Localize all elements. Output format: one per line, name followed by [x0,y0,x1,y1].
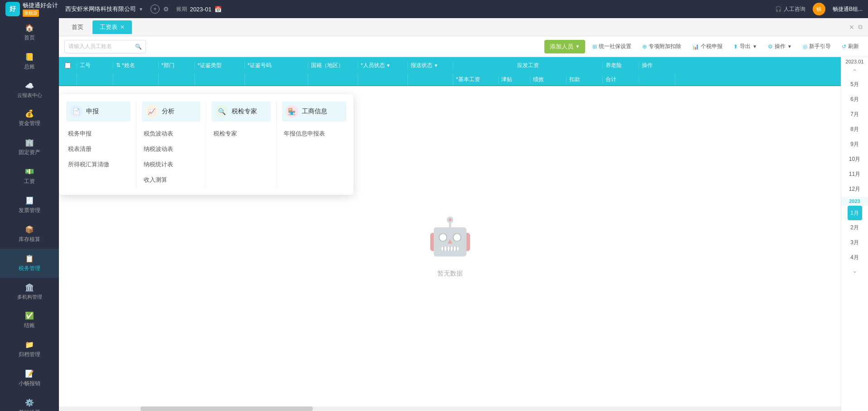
sidebar-item-fund[interactable]: 💰 资金管理 [0,104,59,133]
refresh-button[interactable]: ↺ 刷新 [838,41,863,52]
add-person-button[interactable]: 添加人员 ▼ [544,40,585,53]
sidebar-item-settings[interactable]: ⚙️ 基础设置 [0,393,59,411]
tab-salary-sheet[interactable]: 工资表 ✕ [92,20,132,34]
month-item-9[interactable]: 9月 [841,137,868,152]
service-icon: 🎧 [775,6,782,12]
horizontal-scrollbar[interactable] [59,406,841,411]
sub-col-performance-label: 绩效 [533,76,544,83]
tab-home[interactable]: 首页 [64,20,91,34]
sidebar-item-archive[interactable]: 📁 归档管理 [0,335,59,364]
filter-person-icon[interactable]: ▼ [386,63,391,68]
add-company-button[interactable]: + [150,5,160,14]
month-item-2[interactable]: 2月 [841,220,868,235]
sidebar-item-assets[interactable]: 🏢 固定资产 [0,133,59,162]
month-item-11[interactable]: 11月 [841,167,868,182]
analysis-label: 分析 [162,107,175,116]
service-label: 人工咨询 [784,5,805,13]
month-item-6[interactable]: 6月 [841,92,868,107]
social-security-label: 统一社保设置 [599,43,631,50]
month-item-7[interactable]: 7月 [841,107,868,122]
tax-check-icon: 🔍 [215,105,228,118]
window-close-icon[interactable]: ✕ [849,24,854,31]
period-label: 账期 [176,5,187,13]
sidebar-item-multi-org[interactable]: 🏛️ 多机构管理 [0,278,59,306]
company-name: 西安虾米网络科技有限公司 [65,5,136,13]
sidebar-item-inventory[interactable]: 📦 库存核算 [0,220,59,249]
menu-item-tax-expert[interactable]: 税检专家 [212,126,271,141]
col-pension: 养老险 [603,62,639,69]
menu-section-analysis-header: 📈 分析 [142,102,201,121]
menu-item-tax-wave[interactable]: 纳税波动表 [142,141,201,157]
tax-declaration-button[interactable]: 📊 个税申报 [689,41,726,52]
col-number-label: 工号 [80,62,91,69]
nav-down[interactable]: ⌄ [841,265,868,276]
sidebar-item-invoice[interactable]: 🧾 发票管理 [0,191,59,220]
close-account-icon: ✅ [25,311,34,320]
add-dropdown-icon[interactable]: ▼ [575,44,580,49]
search-input[interactable]: 请输入人员工姓名 🔍 [64,40,146,53]
sidebar-item-ledger[interactable]: 📒 总账 [0,47,59,76]
table-header-top: 工号 ⇅ *姓名 *部门 *证鉴类型 *证鉴号码 [59,57,841,73]
col-checkbox[interactable] [59,63,77,68]
month-item-4[interactable]: 4月 [841,250,868,265]
month-item-10[interactable]: 10月 [841,152,868,167]
company-dropdown-icon[interactable]: ▼ [139,7,143,12]
add-person-label: 添加人员 [550,43,573,51]
refresh-label: 刷新 [848,43,859,50]
export-label: 导出 [740,43,751,50]
filter-report-icon[interactable]: ▼ [434,63,438,68]
special-deduction-button[interactable]: ⊕ 专项附加扣除 [639,41,685,52]
export-button[interactable]: ⬆ 导出 ▼ [730,41,761,52]
month-item-1-active[interactable]: 1月 [848,206,862,220]
sidebar-item-expense[interactable]: 📝 小畅报销 [0,364,59,393]
sidebar-item-cloud-report[interactable]: ☁️ 云报表中心 [0,76,59,104]
col-report-status[interactable]: 报送状态 ▼ [408,62,453,69]
scrollbar-thumb[interactable] [141,406,313,411]
nav-up[interactable]: ⌃ [841,66,868,77]
tab-home-label: 首页 [72,23,83,31]
top-bar: 好 畅捷通好会计 旗舰版 西安虾米网络科技有限公司 ▼ + ⚙ 账期 2023-… [0,0,868,18]
sidebar-item-close-account[interactable]: ✅ 结账 [0,306,59,335]
tab-close-icon[interactable]: ✕ [120,24,125,30]
sidebar-label-multi-org: 多机构管理 [17,294,42,300]
menu-item-tax-table[interactable]: 税表清册 [66,141,131,157]
month-item-8[interactable]: 8月 [841,122,868,137]
ledger-icon: 📒 [25,53,34,61]
sidebar-label-invoice: 发票管理 [19,207,40,214]
sidebar-item-tax[interactable]: 📋 税务管理 [0,249,59,278]
social-security-button[interactable]: ⊞ 统一社保设置 [589,41,635,52]
menu-item-tax-stat[interactable]: 纳税统计表 [142,157,201,172]
calendar-icon[interactable]: 📅 [214,6,222,13]
menu-item-income-calc[interactable]: 收入测算 [142,172,201,188]
company-selector[interactable]: 西安虾米网络科技有限公司 ▼ [65,5,143,13]
user-name[interactable]: 畅捷通B组... [833,5,863,13]
fund-icon: 💰 [25,109,34,118]
menu-item-annual-report[interactable]: 年报信息申报表 [282,126,347,141]
shen-bao-icon: 📄 [70,105,82,118]
menu-item-income-tax[interactable]: 所得税汇算清缴 [66,157,131,172]
month-item-5[interactable]: 5月 [841,77,868,92]
menu-item-tax-declaration[interactable]: 税务申报 [66,126,131,141]
col-should-pay-label: 应发工资 [517,62,539,69]
sidebar-item-home[interactable]: 🏠 首页 [0,18,59,47]
month-item-3[interactable]: 3月 [841,235,868,250]
tax-declaration-icon: 📊 [692,44,699,50]
settings-icon[interactable]: ⚙ [163,5,169,13]
empty-icon: 🤖 [427,215,473,258]
sidebar-item-salary[interactable]: 💵 工资 [0,162,59,191]
operation-button[interactable]: ⚙ 操作 ▼ [764,41,795,52]
col-person-status[interactable]: *人员状态 ▼ [358,62,408,69]
select-all-checkbox[interactable] [65,63,71,68]
month-item-12[interactable]: 12月 [841,182,868,197]
guide-button[interactable]: ◎ 新手引导 [799,41,834,52]
sidebar-label-salary: 工资 [24,178,35,185]
col-cert-num: *证鉴号码 [245,62,308,69]
search-icon[interactable]: 🔍 [135,44,142,50]
window-expand-icon[interactable]: ⧉ [858,23,863,31]
col-name[interactable]: ⇅ *姓名 [113,62,159,69]
toolbar: 请输入人员工姓名 🔍 添加人员 ▼ ⊞ 统一社保设置 ⊕ 专项附加扣除 [59,36,868,57]
menu-item-tax-burden[interactable]: 税负波动表 [142,126,201,141]
menu-section-business-header: 🏪 工商信息 [282,102,347,121]
col-name-label: *姓名 [122,62,135,69]
service-button[interactable]: 🎧 人工咨询 [775,5,805,13]
